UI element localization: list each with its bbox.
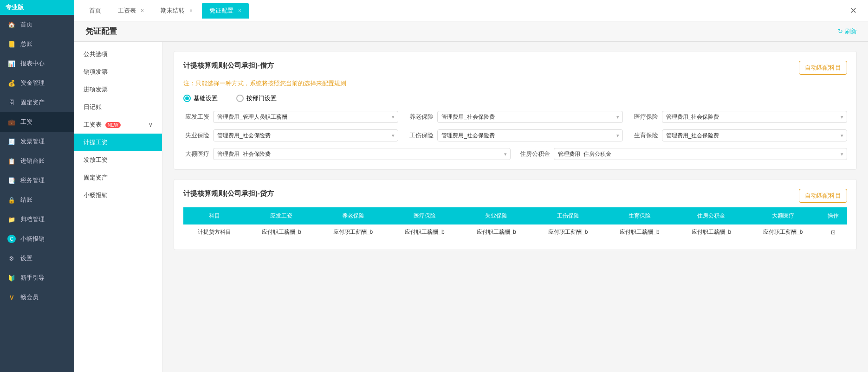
sidebar-item-guide[interactable]: 🔰 新手引导 <box>0 268 74 288</box>
sidebar-item-reports[interactable]: 📊 报表中心 <box>0 54 74 73</box>
sidebar-item-invoices[interactable]: 🧾 发票管理 <box>0 132 74 151</box>
td-medical: 应付职工薪酬_b <box>389 224 460 240</box>
tab-period-close-label: 期末结转 <box>161 6 185 15</box>
sidebar-item-label: 资金管理 <box>20 79 45 87</box>
large-medical-label: 大额医疗 <box>183 150 209 158</box>
unemployment-label: 失业保险 <box>183 131 209 140</box>
pension-select[interactable]: 管理费用_社会保险费 <box>437 111 622 123</box>
medical-select[interactable]: 管理费用_社会保险费 <box>662 111 847 123</box>
tax-icon: 📑 <box>7 176 16 185</box>
left-nav-pay-salary[interactable]: 发放工资 <box>74 151 162 169</box>
radio-dept-circle <box>236 95 244 102</box>
reports-icon: 📊 <box>7 59 16 68</box>
th-medical: 医疗保险 <box>389 207 460 224</box>
th-subject: 科目 <box>183 207 246 224</box>
housing-select[interactable]: 管理费用_住房公积金 <box>554 148 847 160</box>
th-unemployment: 失业保险 <box>460 207 532 224</box>
left-nav-purchase-invoice[interactable]: 进项发票 <box>74 81 162 98</box>
sidebar-item-home[interactable]: 🏠 首页 <box>0 15 74 34</box>
purchase-icon: 📋 <box>7 157 16 165</box>
th-action: 操作 <box>819 207 847 224</box>
th-housing: 住房公积金 <box>675 207 747 224</box>
birth-select[interactable]: 管理费用_社会保险费 <box>662 129 847 141</box>
th-salary: 应发工资 <box>246 207 317 224</box>
tab-payroll[interactable]: 工资表 × <box>110 3 151 19</box>
credit-auto-match-button[interactable]: 自动匹配科目 <box>799 189 847 203</box>
sidebar-item-ledger[interactable]: 📒 总账 <box>0 34 74 54</box>
debit-section-note: 注：只能选择一种方式，系统将按照您当前的选择来配置规则 <box>183 79 847 88</box>
tab-home[interactable]: 首页 <box>82 3 109 19</box>
table-row: 计提贷方科目 应付职工薪酬_b 应付职工薪酬_b 应付职工薪酬_b 应付职工薪酬… <box>183 224 847 240</box>
sidebar-item-label: 新手引导 <box>20 274 45 282</box>
invoices-icon: 🧾 <box>7 137 16 146</box>
right-content: 计提核算规则(公司承担)-借方 自动匹配科目 注：只能选择一种方式，系统将按照您… <box>162 42 868 372</box>
sidebar-item-archive[interactable]: 📁 归档管理 <box>0 210 74 229</box>
member-icon: V <box>7 293 16 301</box>
debit-auto-match-button[interactable]: 自动匹配科目 <box>799 61 847 75</box>
tab-voucher-config[interactable]: 凭证配置 × <box>202 3 249 19</box>
tab-home-label: 首页 <box>89 6 101 15</box>
birth-select-wrapper: 管理费用_社会保险费 ▾ <box>662 129 847 141</box>
sidebar-item-label: 进销台账 <box>20 157 45 165</box>
refresh-button[interactable]: ↻ 刷新 <box>838 27 857 36</box>
tab-period-close[interactable]: 期末结转 × <box>153 3 200 19</box>
sidebar-item-close[interactable]: 🔒 结账 <box>0 190 74 210</box>
sidebar-item-funds[interactable]: 💰 资金管理 <box>0 73 74 93</box>
archive-icon: 📁 <box>7 215 16 224</box>
sidebar-item-member[interactable]: V 畅会员 <box>0 288 74 307</box>
refresh-label: 刷新 <box>845 27 857 36</box>
large-medical-select[interactable]: 管理费用_社会保险费 <box>213 148 511 160</box>
left-nav-fixed-assets[interactable]: 固定资产 <box>74 169 162 186</box>
left-nav-calc-salary[interactable]: 计提工资 <box>74 134 162 151</box>
sidebar-item-xiaochang[interactable]: C 小畅报销 <box>0 229 74 249</box>
unemployment-select-wrapper: 管理费用_社会保险费 ▾ <box>213 129 398 141</box>
form-item-salary: 应发工资 管理费用_管理人员职工薪酬 ▾ <box>183 111 398 123</box>
th-pension: 养老保险 <box>317 207 389 224</box>
injury-select[interactable]: 管理费用_社会保险费 <box>437 129 622 141</box>
salary-select-wrapper: 管理费用_管理人员职工薪酬 ▾ <box>213 111 398 123</box>
refresh-icon: ↻ <box>838 28 843 35</box>
left-nav-public[interactable]: 公共选项 <box>74 45 162 63</box>
unemployment-select[interactable]: 管理费用_社会保险费 <box>213 129 398 141</box>
injury-select-wrapper: 管理费用_社会保险费 ▾ <box>437 129 622 141</box>
housing-label: 住房公积金 <box>520 150 550 158</box>
sidebar-item-assets[interactable]: 🗄 固定资产 <box>0 93 74 112</box>
window-close-button[interactable]: ✕ <box>846 6 861 16</box>
settings-icon: ⚙ <box>7 254 16 263</box>
td-unemployment: 应付职工薪酬_b <box>460 224 532 240</box>
sidebar-item-settings[interactable]: ⚙ 设置 <box>0 249 74 268</box>
sidebar-item-tax[interactable]: 📑 税务管理 <box>0 171 74 190</box>
sidebar-item-label: 固定资产 <box>20 98 45 107</box>
radio-dept[interactable]: 按部门设置 <box>236 94 277 103</box>
credit-section-header: 计提核算规则(公司承担)-贷方 自动匹配科目 <box>183 189 847 203</box>
tab-voucher-config-close[interactable]: × <box>238 7 241 14</box>
debit-section: 计提核算规则(公司承担)-借方 自动匹配科目 注：只能选择一种方式，系统将按照您… <box>174 51 857 170</box>
debit-form-grid-1: 应发工资 管理费用_管理人员职工薪酬 ▾ 养老保险 管理费用_社会保险费 <box>183 111 847 141</box>
left-nav-sales-invoice[interactable]: 销项发票 <box>74 63 162 81</box>
sidebar-item-label: 结账 <box>20 196 32 204</box>
sidebar-item-label: 报表中心 <box>20 59 45 68</box>
radio-basic[interactable]: 基础设置 <box>183 94 218 103</box>
housing-select-wrapper: 管理费用_住房公积金 ▾ <box>554 148 847 160</box>
form-item-pension: 养老保险 管理费用_社会保险费 ▾ <box>408 111 622 123</box>
tab-voucher-config-label: 凭证配置 <box>209 6 233 15</box>
td-action[interactable]: ⊡ <box>819 224 847 240</box>
salary-select[interactable]: 管理费用_管理人员职工薪酬 <box>213 111 398 123</box>
tab-payroll-close[interactable]: × <box>141 7 144 14</box>
xiaochang-icon: C <box>7 235 16 243</box>
sidebar-item-purchase[interactable]: 📋 进销台账 <box>0 151 74 171</box>
radio-basic-label: 基础设置 <box>194 94 218 103</box>
medical-label: 医疗保险 <box>632 113 658 121</box>
debit-form-grid-2: 大额医疗 管理费用_社会保险费 ▾ 住房公积金 管理费用_住房公积金 <box>183 148 847 160</box>
left-nav-journal[interactable]: 日记账 <box>74 98 162 116</box>
left-nav-payroll-table[interactable]: 工资表 NEW ∨ <box>74 116 162 134</box>
credit-table: 科目 应发工资 养老保险 医疗保险 失业保险 工伤保险 生育保险 住房公积金 大… <box>183 207 847 240</box>
sidebar-item-salary[interactable]: 💼 工资 <box>0 112 74 132</box>
th-birth: 生育保险 <box>604 207 675 224</box>
td-large-medical: 应付职工薪酬_b <box>747 224 819 240</box>
arrow-icon: ∨ <box>149 122 153 128</box>
tab-period-close-close[interactable]: × <box>189 7 193 14</box>
large-medical-select-wrapper: 管理费用_社会保险费 ▾ <box>213 148 511 160</box>
td-pension: 应付职工薪酬_b <box>317 224 389 240</box>
left-nav-expense[interactable]: 小畅报销 <box>74 186 162 204</box>
